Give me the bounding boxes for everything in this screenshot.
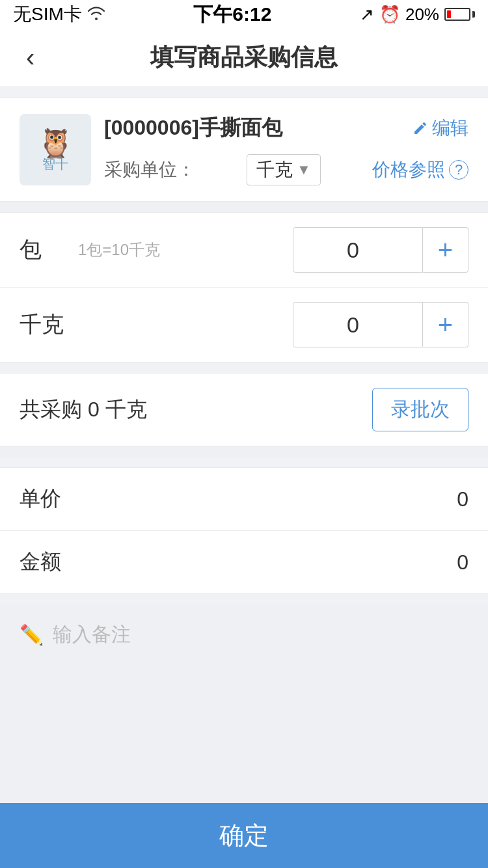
confirm-button[interactable]: 确定 xyxy=(0,803,488,868)
section-divider-2 xyxy=(0,446,488,457)
input-row-kg: 千克 + xyxy=(0,288,488,362)
note-section[interactable]: ✏️ 输入备注 xyxy=(0,604,488,665)
summary-row: 共采购 0 千克 录批次 xyxy=(0,373,488,446)
edit-button[interactable]: 编辑 xyxy=(413,116,468,141)
input-row-bag: 包 1包=10千克 + xyxy=(0,213,488,288)
product-unit-row: 采购单位： 千克 ▼ 价格参照 ? xyxy=(104,154,468,185)
price-label-amount: 金额 xyxy=(20,548,61,576)
nav-bar: ‹ 填写商品采购信息 xyxy=(0,29,488,87)
input-sub-label-bag: 1包=10千克 xyxy=(78,239,293,260)
price-row-unit: 单价 0 xyxy=(0,468,488,531)
summary-label: 共采购 0 千克 xyxy=(20,396,147,424)
unit-dropdown[interactable]: 千克 ▼ xyxy=(247,154,321,185)
price-ref-button[interactable]: 价格参照 ? xyxy=(372,157,468,182)
status-bar: 无SIM卡 下午6:12 ↗ ⏰ 20% xyxy=(0,0,488,29)
section-divider-1 xyxy=(0,202,488,212)
input-kg[interactable] xyxy=(293,302,423,347)
page-title: 填写商品采购信息 xyxy=(150,42,338,74)
status-left: 无SIM卡 xyxy=(13,2,105,27)
unit-label: 采购单位： xyxy=(104,157,195,182)
input-field-bag-wrapper: + xyxy=(293,227,468,273)
product-name: [0000006]手撕面包 xyxy=(104,114,282,142)
plus-bag-button[interactable]: + xyxy=(423,227,468,273)
product-card: 🦉 智十 [0000006]手撕面包 编辑 采购单位： 千克 ▼ 价格参照 ? xyxy=(0,98,488,202)
product-header: [0000006]手撕面包 编辑 xyxy=(104,114,468,142)
note-placeholder: 输入备注 xyxy=(53,621,131,648)
location-icon: ↗ xyxy=(360,5,374,25)
wifi-icon xyxy=(87,4,105,25)
record-batch-button[interactable]: 录批次 xyxy=(372,388,468,431)
status-time: 下午6:12 xyxy=(193,1,271,28)
back-button[interactable]: ‹ xyxy=(20,36,41,79)
price-label-unit: 单价 xyxy=(20,485,61,513)
price-section: 单价 0 金额 0 xyxy=(0,467,488,594)
input-label-bag: 包 xyxy=(20,235,72,265)
input-bag[interactable] xyxy=(293,227,423,273)
battery-percent: 20% xyxy=(405,5,439,25)
plus-kg-button[interactable]: + xyxy=(423,302,468,347)
product-info: [0000006]手撕面包 编辑 采购单位： 千克 ▼ 价格参照 ? xyxy=(104,114,468,185)
price-ref-help-icon[interactable]: ? xyxy=(449,160,468,180)
network-label: 无SIM卡 xyxy=(13,2,82,27)
input-label-kg: 千克 xyxy=(20,310,72,340)
price-value-unit: 0 xyxy=(457,487,468,511)
dropdown-arrow-icon: ▼ xyxy=(297,161,311,178)
unit-value: 千克 xyxy=(256,157,293,182)
price-row-amount: 金额 0 xyxy=(0,531,488,593)
pencil-icon: ✏️ xyxy=(20,623,44,646)
input-field-kg-wrapper: + xyxy=(293,302,468,347)
alarm-icon: ⏰ xyxy=(379,5,400,25)
input-section: 包 1包=10千克 + 千克 + xyxy=(0,212,488,362)
summary-section: 共采购 0 千克 录批次 xyxy=(0,373,488,446)
status-right: ↗ ⏰ 20% xyxy=(360,5,475,25)
battery-icon xyxy=(444,8,475,21)
price-value-amount: 0 xyxy=(457,550,468,575)
product-image: 🦉 智十 xyxy=(20,114,91,185)
